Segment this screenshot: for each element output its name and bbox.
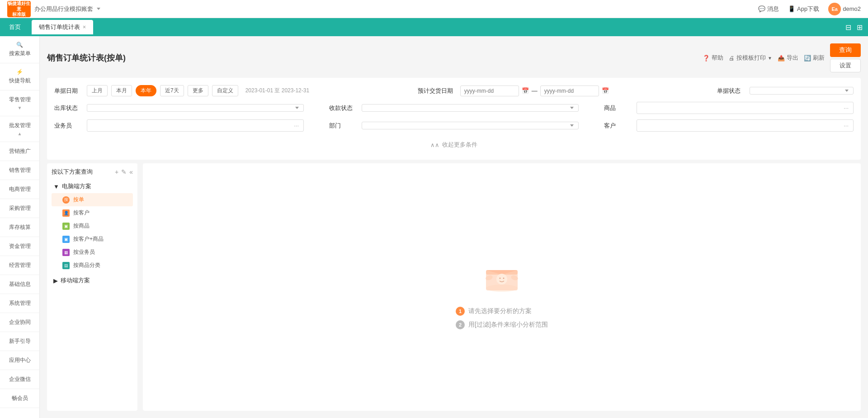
sidebar-item-ecommerce[interactable]: 电商管理 (0, 180, 39, 199)
goods-select[interactable]: ··· (637, 102, 854, 114)
expected-date-end[interactable] (540, 86, 599, 96)
scheme-edit-button[interactable]: ✎ (121, 168, 127, 176)
user-info[interactable]: Ea demo2 (828, 3, 861, 15)
date-buttons: 上月 本月 本年 近7天 更多 自定义 (87, 85, 238, 96)
date-range-text: 2023-01-01 至 2023-12-31 (245, 87, 309, 95)
scheme-item-by-customer[interactable]: 👤 按客户 (52, 206, 133, 219)
scheme-item-by-customer-goods[interactable]: ▣ 按客户+商品 (52, 233, 133, 246)
help-icon: ❓ (703, 55, 710, 62)
template-print-button[interactable]: 🖨 按模板打印 ▼ (729, 54, 772, 62)
sidebar-item-apps[interactable]: 应用中心 (0, 351, 39, 370)
app-title-dropdown[interactable]: 办公用品行业模拟账套 (34, 5, 100, 13)
minimize-icon[interactable]: ⊟ (845, 23, 851, 32)
chevron-down-icon: ▼ (53, 183, 59, 190)
right-content: 1 请先选择要分析的方案 2 用[过滤]条件来缩小分析范围 (143, 163, 861, 411)
scheme-item-by-goods-category[interactable]: ▤ 按商品分类 (52, 259, 133, 272)
receipt-status-select[interactable] (362, 104, 579, 112)
department-select[interactable] (362, 122, 579, 129)
collapse-filters-button[interactable]: ∧∧ 收起更多条件 (54, 137, 854, 152)
refresh-button[interactable]: 🔄 刷新 (804, 54, 825, 62)
chevron-down-icon (97, 8, 100, 10)
tab-sales-order-stats[interactable]: 销售订单统计表 × (32, 20, 93, 34)
this-month-btn[interactable]: 本月 (111, 85, 132, 96)
sidebar-item-purchase[interactable]: 采购管理 (0, 199, 39, 218)
sidebar-item-member[interactable]: 畅会员 (0, 389, 39, 408)
tab-close-icon[interactable]: × (83, 24, 86, 30)
sidebar-item-label-newbie: 新手引导 (9, 337, 31, 345)
this-year-btn[interactable]: 本年 (136, 85, 156, 96)
scheme-group-pc: ▼ 电脑端方案 按 按单 👤 按客户 ▣ (52, 180, 133, 272)
scheme-panel-actions: + ✎ « (115, 168, 133, 176)
export-button[interactable]: 📤 导出 (778, 54, 798, 62)
last7-btn[interactable]: 近7天 (160, 85, 184, 96)
sidebar-item-label-operation: 经营管理 (9, 261, 31, 269)
top-bar-left: 畅捷通好生意标准版 办公用品行业模拟账套 (7, 1, 100, 17)
chevron-up-icon: ▲ (18, 131, 22, 136)
calendar-icon-1[interactable]: 📅 (522, 87, 529, 94)
tab-home[interactable]: 首页 (0, 18, 30, 36)
calendar-icon-2[interactable]: 📅 (602, 87, 609, 94)
sidebar-item-quick-nav[interactable]: ⚡ 快捷导航 (0, 63, 39, 90)
page-header: 销售订单统计表(按单) ❓ 帮助 🖨 按模板打印 ▼ 📤 导出 🔄 刷新 (47, 43, 861, 72)
salesperson-label: 业务员 (54, 122, 80, 130)
help-button[interactable]: ❓ 帮助 (703, 54, 723, 62)
department-label: 部门 (329, 122, 354, 130)
mobile-group-label: 移动端方案 (61, 276, 90, 285)
scheme-item-by-order[interactable]: 按 按单 (52, 193, 133, 206)
refresh-icon: 🔄 (804, 55, 811, 62)
more-btn[interactable]: 更多 (188, 85, 208, 96)
sidebar-item-label-sales: 销售管理 (9, 166, 31, 174)
sidebar-item-search[interactable]: 🔍 搜索菜单 (0, 36, 39, 63)
tip-circle-2: 2 (456, 320, 465, 329)
sidebar: 🔍 搜索菜单 ⚡ 快捷导航 零售管理 ▼ 批发管理 ▲ 营销推广 销售管理 电商… (0, 36, 40, 418)
sidebar-item-retail[interactable]: 零售管理 ▼ (0, 90, 39, 116)
customer-label: 客户 (604, 122, 629, 130)
maximize-icon[interactable]: ⊞ (857, 23, 863, 32)
scheme-item-by-goods[interactable]: ▣ 按商品 (52, 219, 133, 233)
sidebar-item-inventory[interactable]: 库存核算 (0, 218, 39, 237)
scheme-add-button[interactable]: + (115, 168, 118, 176)
message-button[interactable]: 💬 消息 (758, 5, 779, 13)
sidebar-item-sales[interactable]: 销售管理 (0, 161, 39, 180)
status-select[interactable] (750, 87, 854, 95)
sidebar-item-finance[interactable]: 资金管理 (0, 237, 39, 256)
sidebar-item-label-quick-nav: 快捷导航 (9, 77, 31, 85)
sidebar-item-wholesale[interactable]: 批发管理 ▲ (0, 116, 39, 142)
top-bar-right: 💬 消息 📱 App下载 Ea demo2 (758, 3, 861, 15)
sidebar-item-basic[interactable]: 基础信息 (0, 275, 39, 294)
sidebar-item-operation[interactable]: 经营管理 (0, 256, 39, 275)
sidebar-item-wechat[interactable]: 企业微信 (0, 370, 39, 389)
status-label: 单据状态 (717, 87, 742, 95)
settings-button[interactable]: 设置 (830, 59, 861, 72)
query-button[interactable]: 查询 (830, 43, 861, 57)
scheme-item-by-salesperson[interactable]: ▦ 按业务员 (52, 246, 133, 259)
sidebar-item-marketing[interactable]: 营销推广 (0, 142, 39, 161)
scheme-group-mobile-header[interactable]: ▶ 移动端方案 (52, 274, 133, 287)
page-title: 销售订单统计表(按单) (47, 52, 126, 63)
expected-date-start[interactable] (460, 86, 519, 96)
last-month-btn[interactable]: 上月 (87, 85, 108, 96)
collapse-label: 收起更多条件 (442, 141, 477, 149)
avatar: Ea (828, 3, 841, 15)
customer-select[interactable]: ··· (637, 119, 854, 132)
refresh-label: 刷新 (813, 54, 825, 62)
svg-point-5 (496, 274, 507, 285)
goods-label: 商品 (604, 104, 629, 112)
tip-circle-1: 1 (456, 307, 465, 316)
sidebar-item-enterprise[interactable]: 企业协同 (0, 313, 39, 332)
sidebar-item-label-apps: 应用中心 (9, 356, 31, 364)
sidebar-item-newbie[interactable]: 新手引导 (0, 332, 39, 351)
custom-btn[interactable]: 自定义 (212, 85, 238, 96)
logo-text: 畅捷通好生意标准版 (7, 1, 31, 17)
out-status-select[interactable] (87, 104, 304, 112)
sidebar-item-system[interactable]: 系统管理 (0, 294, 39, 313)
goods-dots: ··· (844, 104, 849, 111)
scheme-collapse-button[interactable]: « (129, 168, 133, 176)
expected-date-label: 预计交货日期 (418, 87, 453, 95)
chevron-right-icon: ▶ (53, 277, 58, 284)
salesperson-select[interactable]: ··· (87, 119, 304, 132)
scheme-group-pc-header[interactable]: ▼ 电脑端方案 (52, 180, 133, 193)
app-download-button[interactable]: 📱 App下载 (788, 5, 819, 13)
by-customer-goods-icon: ▣ (62, 236, 70, 243)
filter-row-date: 单据日期 上月 本月 本年 近7天 更多 自定义 2023-01-01 至 20… (54, 85, 854, 96)
